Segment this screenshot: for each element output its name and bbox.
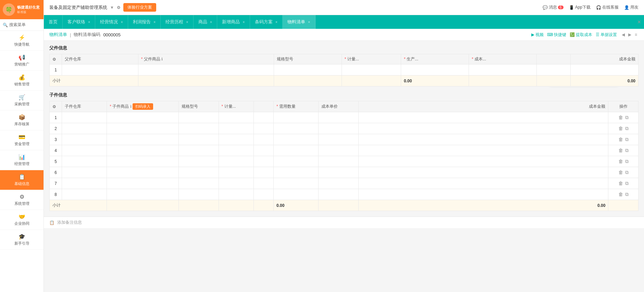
sidebar-item-corp[interactable]: 🤝 企业协同: [0, 210, 44, 230]
child-row-6-warehouse[interactable]: [62, 167, 107, 178]
copy-row-2-btn[interactable]: ⧉: [625, 126, 629, 131]
parent-row-1-goods[interactable]: [138, 65, 274, 75]
action-cost-btn[interactable]: 💹 提取成本: [570, 32, 592, 38]
tab-home[interactable]: 首页: [44, 15, 63, 29]
delete-row-8-btn[interactable]: 🗑: [618, 191, 623, 197]
tab-new-goods-close[interactable]: ×: [243, 20, 245, 24]
parent-row-1-unit[interactable]: [342, 65, 401, 75]
tab-barcode[interactable]: 条码方案 ×: [250, 15, 283, 29]
online-service-btn[interactable]: 🎧 在线客服: [596, 4, 619, 10]
sidebar-search[interactable]: 🔍 搜索菜单: [0, 19, 44, 31]
child-row-3-spec[interactable]: [178, 134, 219, 145]
child-row-8-unit-cost[interactable]: [319, 189, 359, 200]
dropdown-icon[interactable]: ▼: [110, 5, 114, 10]
tab-history-close[interactable]: ×: [186, 20, 188, 24]
delete-row-7-btn[interactable]: 🗑: [618, 180, 623, 186]
page-prev-btn[interactable]: ◀: [620, 32, 626, 38]
parent-row-1-warehouse[interactable]: [62, 65, 138, 75]
trial-btn[interactable]: 体验行业方案: [123, 3, 156, 12]
child-row-1-qty[interactable]: [274, 112, 319, 123]
child-row-2-qty[interactable]: [274, 123, 319, 134]
tab-goods[interactable]: 商品 ×: [194, 15, 217, 29]
child-row-7-unit-cost[interactable]: [319, 178, 359, 189]
child-row-6-unit[interactable]: [219, 167, 253, 178]
tab-profit-close[interactable]: ×: [153, 20, 156, 24]
sidebar-item-quick-nav[interactable]: ⚡ 快捷导航: [0, 31, 44, 51]
page-next-btn[interactable]: ▶: [627, 32, 633, 38]
child-row-1-unit[interactable]: [219, 112, 253, 123]
child-row-1-spec[interactable]: [178, 112, 219, 123]
sidebar-item-operation[interactable]: 📊 经营管理: [0, 150, 44, 170]
child-col-gear[interactable]: ⚙: [50, 101, 62, 112]
copy-row-3-btn[interactable]: ⧉: [625, 137, 629, 142]
child-row-6-unit-cost[interactable]: [319, 167, 359, 178]
delete-row-5-btn[interactable]: 🗑: [618, 159, 623, 164]
tab-goods-close[interactable]: ×: [210, 20, 212, 24]
tab-profit[interactable]: 利润报告 ×: [128, 15, 161, 29]
parent-col-gear[interactable]: ⚙: [50, 54, 62, 65]
tab-close-all[interactable]: ✕: [634, 15, 644, 29]
child-row-8-goods[interactable]: [107, 189, 179, 200]
tab-customer-close[interactable]: ×: [88, 20, 90, 24]
tab-customer[interactable]: 客户联络 ×: [63, 15, 95, 29]
child-row-8-spec[interactable]: [178, 189, 219, 200]
child-row-4-unit-cost[interactable]: [319, 145, 359, 156]
child-row-7-spec[interactable]: [178, 178, 219, 189]
action-shortcut-btn[interactable]: ⌨ 快捷键: [547, 32, 566, 38]
parent-row-1-cost[interactable]: [469, 65, 537, 75]
child-row-3-goods[interactable]: [107, 134, 179, 145]
child-row-5-warehouse[interactable]: [62, 156, 107, 167]
child-row-3-warehouse[interactable]: [62, 134, 107, 145]
parent-row-1-produce[interactable]: [401, 65, 469, 75]
child-row-2-warehouse[interactable]: [62, 123, 107, 134]
copy-row-4-btn[interactable]: ⧉: [625, 148, 629, 153]
close-all-icon[interactable]: ✕: [637, 19, 641, 25]
child-row-1-goods[interactable]: [107, 112, 179, 123]
child-row-6-spec[interactable]: [178, 167, 219, 178]
child-row-2-goods[interactable]: [107, 123, 179, 134]
child-row-4-qty[interactable]: [274, 145, 319, 156]
tab-operations-close[interactable]: ×: [121, 20, 123, 24]
child-row-5-goods[interactable]: [107, 156, 179, 167]
child-row-3-qty[interactable]: [274, 134, 319, 145]
child-row-4-goods[interactable]: [107, 145, 179, 156]
child-row-2-unit-cost[interactable]: [319, 123, 359, 134]
child-row-1-unit-cost[interactable]: [319, 112, 359, 123]
child-row-8-warehouse[interactable]: [62, 189, 107, 200]
child-row-7-goods[interactable]: [107, 178, 179, 189]
sidebar-item-sales[interactable]: 💰 销售管理: [0, 71, 44, 91]
child-row-1-warehouse[interactable]: [62, 112, 107, 123]
sidebar-item-basic[interactable]: 📋 基础信息: [0, 170, 44, 190]
scan-btn[interactable]: 扫码录入: [133, 103, 153, 110]
child-row-6-qty[interactable]: [274, 167, 319, 178]
sidebar-item-finance[interactable]: 💳 资金管理: [0, 130, 44, 150]
child-row-8-qty[interactable]: [274, 189, 319, 200]
child-row-5-spec[interactable]: [178, 156, 219, 167]
tab-new-goods[interactable]: 新增商品 ×: [217, 15, 250, 29]
child-row-5-unit-cost[interactable]: [319, 156, 359, 167]
child-row-7-unit[interactable]: [219, 178, 253, 189]
app-download-btn[interactable]: 📱 App下载: [569, 4, 591, 10]
action-view-btn[interactable]: ▶ 视频: [531, 32, 544, 38]
breadcrumb-1[interactable]: 物料清单: [49, 32, 67, 38]
tab-barcode-close[interactable]: ×: [275, 20, 277, 24]
tab-operations[interactable]: 经营情况 ×: [95, 15, 128, 29]
delete-row-1-btn[interactable]: 🗑: [618, 115, 623, 120]
tab-bom-close[interactable]: ×: [308, 20, 310, 24]
tab-bom[interactable]: 物料清单 ×: [283, 15, 315, 29]
child-row-2-spec[interactable]: [178, 123, 219, 134]
delete-row-3-btn[interactable]: 🗑: [618, 137, 623, 142]
bottom-hint-text[interactable]: 添加备注信息: [57, 220, 82, 225]
action-settings-btn[interactable]: ☰ 单据设置: [596, 32, 617, 38]
copy-row-6-btn[interactable]: ⧉: [625, 170, 629, 175]
child-row-7-qty[interactable]: [274, 178, 319, 189]
child-row-3-unit-cost[interactable]: [319, 134, 359, 145]
sidebar-item-purchase[interactable]: 🛒 采购管理: [0, 91, 44, 110]
delete-row-4-btn[interactable]: 🗑: [618, 148, 623, 153]
message-btn[interactable]: 💬 消息 6: [543, 4, 564, 10]
sidebar-item-system[interactable]: ⚙ 系统管理: [0, 190, 44, 210]
sidebar-item-marketing[interactable]: 📢 营销推广: [0, 51, 44, 71]
child-row-6-goods[interactable]: [107, 167, 179, 178]
parent-row-1-spec[interactable]: [274, 65, 342, 75]
copy-row-1-btn[interactable]: ⧉: [625, 115, 629, 120]
